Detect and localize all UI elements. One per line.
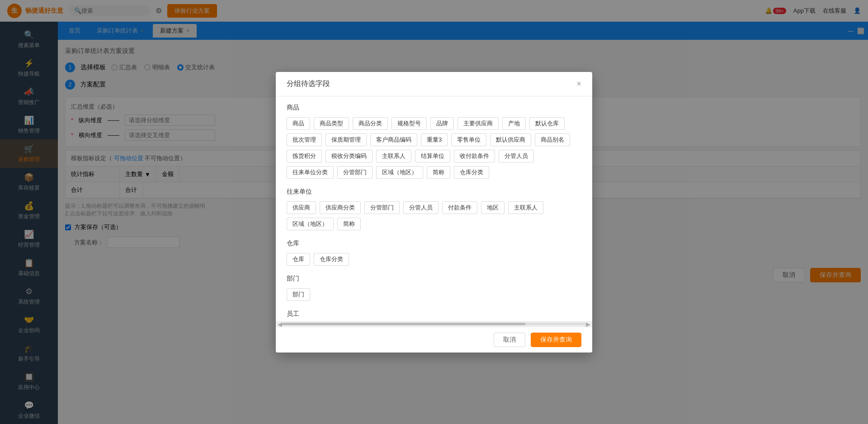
field-tag[interactable]: 主要供应商	[458, 117, 499, 130]
field-tag[interactable]: 仓库	[287, 253, 310, 266]
field-tag[interactable]: 简称	[337, 218, 361, 230]
field-tag[interactable]: 商品别名	[535, 133, 570, 146]
field-tag[interactable]: 往来单位分类	[287, 166, 334, 179]
section-product-title: 商品	[287, 104, 581, 112]
field-tag[interactable]: 供应商分类	[320, 201, 361, 214]
field-tag[interactable]: 分管人员	[403, 201, 439, 214]
field-tag[interactable]: 区域（地区）	[376, 166, 423, 179]
modal-footer: 取消 保存并查询	[276, 327, 592, 353]
section-department: 部门 部门	[287, 275, 581, 301]
field-tag[interactable]: 重量3	[421, 133, 448, 146]
field-tag[interactable]: 部门	[287, 288, 310, 301]
field-tag[interactable]: 产地	[502, 117, 526, 130]
field-tag[interactable]: 保质期管理	[326, 133, 367, 146]
field-tag[interactable]: 分管人员	[499, 150, 534, 162]
field-tag[interactable]: 税收分类编码	[326, 150, 373, 162]
section-employee: 员工 业务员	[287, 310, 581, 321]
hscroll-thumb[interactable]	[282, 323, 525, 325]
modal-body: 商品 商品 商品类型 商品分类 规格型号 品牌 主要供应商 产地 默认仓库 批次…	[276, 96, 592, 321]
field-tag[interactable]: 默认仓库	[529, 117, 565, 130]
department-field-tags: 部门	[287, 288, 581, 301]
product-field-tags: 商品 商品类型 商品分类 规格型号 品牌 主要供应商 产地 默认仓库 批次管理 …	[287, 117, 581, 179]
field-tag[interactable]: 主联系人	[376, 150, 411, 162]
modal-title: 分组待选字段	[287, 79, 330, 89]
field-tag[interactable]: 收付款条件	[454, 150, 495, 162]
field-tag[interactable]: 批次管理	[287, 133, 322, 146]
field-tag[interactable]: 品牌	[430, 117, 454, 130]
field-tag[interactable]: 规格型号	[392, 117, 427, 130]
field-tag[interactable]: 商品类型	[314, 117, 349, 130]
field-tag[interactable]: 客户商品编码	[370, 133, 417, 146]
modal-cancel-btn[interactable]: 取消	[494, 333, 525, 347]
modal-hscroll[interactable]: ◀ ▶	[276, 321, 592, 327]
modal-header: 分组待选字段 ×	[276, 72, 592, 96]
field-tag[interactable]: 区域（地区）	[287, 218, 334, 230]
section-employee-title: 员工	[287, 310, 581, 318]
partner-field-tags: 供应商 供应商分类 分管部门 分管人员 付款条件 地区 主联系人 区域（地区） …	[287, 201, 581, 230]
field-tag[interactable]: 主联系人	[508, 201, 543, 214]
field-tag[interactable]: 拣货积分	[287, 150, 322, 162]
section-partner-title: 往来单位	[287, 188, 581, 196]
section-partner: 往来单位 供应商 供应商分类 分管部门 分管人员 付款条件 地区 主联系人 区域…	[287, 188, 581, 230]
modal-close-btn[interactable]: ×	[576, 79, 581, 89]
field-tag[interactable]: 商品	[287, 117, 310, 130]
field-tag[interactable]: 零售单位	[451, 133, 486, 146]
field-tag[interactable]: 仓库分类	[454, 166, 489, 179]
modal-dialog: 分组待选字段 × 商品 商品 商品类型 商品分类 规格型号 品牌 主要供应商 产…	[276, 72, 592, 353]
field-tag[interactable]: 结算单位	[415, 150, 450, 162]
warehouse-field-tags: 仓库 仓库分类	[287, 253, 581, 266]
section-product: 商品 商品 商品类型 商品分类 规格型号 品牌 主要供应商 产地 默认仓库 批次…	[287, 104, 581, 179]
modal-overlay[interactable]: 分组待选字段 × 商品 商品 商品类型 商品分类 规格型号 品牌 主要供应商 产…	[0, 0, 868, 424]
modal-confirm-btn[interactable]: 保存并查询	[531, 333, 581, 347]
field-tag[interactable]: 简称	[427, 166, 450, 179]
hscroll-track	[282, 323, 586, 325]
field-tag[interactable]: 分管部门	[364, 201, 400, 214]
section-warehouse-title: 仓库	[287, 239, 581, 248]
field-tag[interactable]: 供应商	[287, 201, 316, 214]
field-tag[interactable]: 商品分类	[353, 117, 388, 130]
field-tag[interactable]: 仓库分类	[314, 253, 349, 266]
field-tag[interactable]: 默认供应商	[490, 133, 531, 146]
field-tag[interactable]: 付款条件	[442, 201, 477, 214]
section-department-title: 部门	[287, 275, 581, 283]
field-tag[interactable]: 分管部门	[337, 166, 373, 179]
section-warehouse: 仓库 仓库 仓库分类	[287, 239, 581, 266]
field-tag[interactable]: 地区	[481, 201, 505, 214]
